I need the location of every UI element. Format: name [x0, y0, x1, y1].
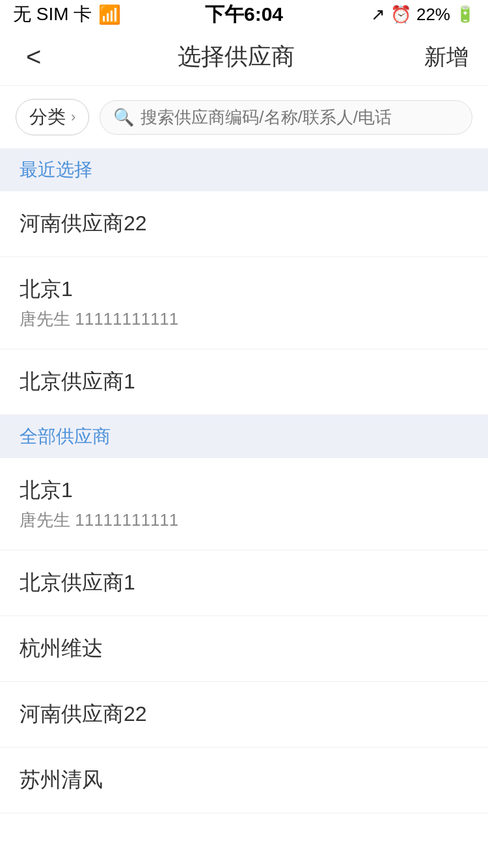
nav-bar: < 选择供应商 新增	[0, 29, 488, 86]
list-item[interactable]: 北京1唐先生 11111111111	[0, 458, 488, 550]
status-time: 下午6:04	[205, 1, 283, 28]
item-name: 北京1	[20, 476, 468, 505]
item-name: 河南供应商22	[20, 210, 468, 238]
recent-list: 河南供应商22北京1唐先生 11111111111北京供应商1	[0, 191, 488, 415]
all-section-header: 全部供应商	[0, 415, 488, 458]
status-left: 无 SIM 卡 📶	[13, 2, 121, 27]
back-button[interactable]: <	[20, 36, 47, 78]
wifi-icon: 📶	[98, 4, 121, 25]
location-icon: ↗	[371, 5, 385, 25]
list-item[interactable]: 北京1唐先生 11111111111	[0, 257, 488, 349]
battery-icon: 🔋	[455, 5, 475, 23]
status-bar: 无 SIM 卡 📶 下午6:04 ↗ ⏰ 22% 🔋	[0, 0, 488, 29]
item-name: 北京供应商1	[20, 368, 468, 396]
no-sim-text: 无 SIM 卡	[13, 2, 92, 27]
all-section-label: 全部供应商	[20, 426, 111, 446]
list-item[interactable]: 杭州维达	[0, 616, 488, 682]
add-button[interactable]: 新增	[424, 42, 468, 72]
status-right: ↗ ⏰ 22% 🔋	[371, 5, 475, 25]
list-item[interactable]: 河南供应商22	[0, 682, 488, 748]
list-item[interactable]: 河南供应商22	[0, 191, 488, 257]
category-filter[interactable]: 分类 ›	[16, 99, 89, 135]
item-sub: 唐先生 11111111111	[20, 308, 468, 331]
recent-section-label: 最近选择	[20, 159, 92, 180]
battery-text: 22%	[416, 5, 450, 25]
item-name: 北京1	[20, 275, 468, 304]
search-input[interactable]	[141, 107, 459, 128]
filter-bar: 分类 › 🔍	[0, 86, 488, 148]
chevron-right-icon: ›	[71, 109, 75, 126]
page-title: 选择供应商	[178, 41, 295, 73]
search-box[interactable]: 🔍	[100, 100, 472, 135]
list-item[interactable]: 苏州清风	[0, 748, 488, 813]
all-list: 北京1唐先生 11111111111北京供应商1杭州维达河南供应商22苏州清风	[0, 458, 488, 813]
item-sub: 唐先生 11111111111	[20, 509, 468, 532]
search-icon: 🔍	[113, 107, 134, 128]
item-name: 杭州维达	[20, 634, 468, 663]
item-name: 河南供应商22	[20, 700, 468, 729]
list-item[interactable]: 北京供应商1	[0, 550, 488, 616]
item-name: 北京供应商1	[20, 569, 468, 597]
category-label: 分类	[29, 105, 66, 129]
item-name: 苏州清风	[20, 766, 468, 794]
list-item[interactable]: 北京供应商1	[0, 349, 488, 415]
alarm-icon: ⏰	[390, 5, 411, 25]
recent-section-header: 最近选择	[0, 148, 488, 191]
